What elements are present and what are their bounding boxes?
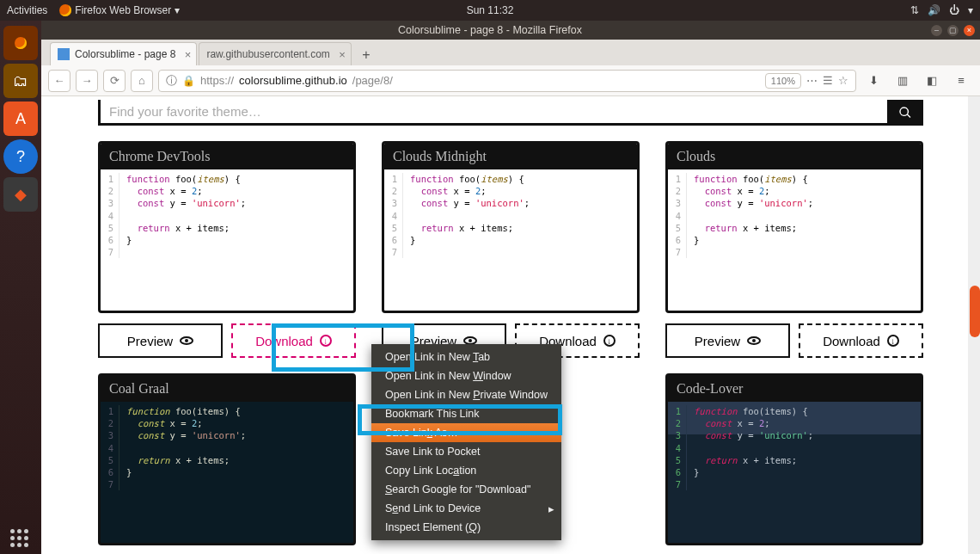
context-menu: Open Link in New Tab Open Link in New Wi… — [371, 344, 561, 540]
ctx-open-new-window[interactable]: Open Link in New Window — [371, 366, 561, 385]
ctx-bookmark-link[interactable]: Bookmark This Link — [371, 404, 561, 423]
page-content: Find your favorite theme… Chrome DevTool… — [41, 96, 980, 554]
scrollbar-thumb[interactable] — [970, 286, 980, 337]
launcher-sublime[interactable]: ◆ — [3, 177, 38, 212]
reader-icon[interactable]: ☰ — [823, 74, 833, 87]
volume-icon[interactable]: 🔊 — [928, 4, 940, 16]
info-icon[interactable]: ⓘ — [166, 73, 177, 89]
launcher-help[interactable]: ? — [3, 139, 38, 174]
tab-active[interactable]: Colorsublime - page 8 × — [50, 42, 197, 65]
minimize-button[interactable]: – — [931, 25, 942, 36]
theme-card-code-lover: Code-Lover 1function foo(items) { 2 cons… — [665, 373, 923, 545]
theme-card-clouds-midnight: Clouds Midnight 1function foo(items) { 2… — [382, 141, 640, 313]
launcher-dock: 🗂 A ? ◆ — [0, 21, 41, 554]
downloads-icon[interactable]: ⬇ — [861, 70, 885, 92]
tab-label: raw.githubusercontent.com — [206, 48, 329, 60]
tab-inactive[interactable]: raw.githubusercontent.com × — [199, 42, 351, 65]
launcher-firefox[interactable] — [3, 26, 38, 60]
code-preview: 1function foo(items) { 2 const x = 2; 3 … — [668, 402, 921, 543]
launcher-software[interactable]: A — [3, 102, 38, 136]
preview-button[interactable]: Preview — [665, 323, 790, 358]
browser-window: Colorsublime - page 8 × raw.githubuserco… — [41, 40, 980, 554]
bookmark-star-icon[interactable]: ☆ — [838, 74, 848, 87]
window-titlebar: Colorsublime - page 8 - Mozilla Firefox … — [0, 21, 980, 40]
library-icon[interactable]: ▥ — [891, 70, 915, 92]
close-tab-icon[interactable]: × — [339, 48, 346, 61]
ctx-open-new-tab[interactable]: Open Link in New Tab — [371, 348, 561, 366]
download-icon: ↓ — [320, 335, 332, 347]
download-icon: ↓ — [603, 335, 616, 347]
lock-icon: 🔒 — [182, 75, 195, 87]
code-preview: 1function foo(items) { 2 const x = 2; 3 … — [101, 169, 353, 311]
tab-favicon — [58, 48, 70, 60]
network-icon[interactable]: ⇅ — [910, 4, 919, 16]
code-preview: 1function foo(items) { 2 const x = 2; 3 … — [101, 402, 353, 543]
new-tab-button[interactable]: + — [355, 45, 377, 65]
close-button[interactable]: × — [964, 25, 975, 36]
theme-card-chrome-devtools: Chrome DevTools 1function foo(items) { 2… — [98, 141, 356, 313]
url-path: /page/8/ — [352, 74, 393, 87]
theme-title: Chrome DevTools — [101, 144, 353, 169]
download-button[interactable]: Download ↓ — [799, 323, 923, 358]
theme-card-coal-graal: Coal Graal 1function foo(items) { 2 cons… — [98, 373, 356, 545]
window-title: Colorsublime - page 8 - Mozilla Firefox — [398, 24, 582, 36]
menu-icon[interactable]: ≡ — [949, 70, 973, 92]
ctx-send-to-device[interactable]: Send Link to Device▸ — [371, 499, 561, 518]
code-preview: 1function foo(items) { 2 const x = 2; 3 … — [384, 169, 637, 311]
ctx-save-link-as[interactable]: Save Link As… — [371, 423, 561, 442]
eye-icon — [180, 336, 193, 345]
tab-label: Colorsublime - page 8 — [75, 48, 175, 60]
download-icon: ↓ — [887, 335, 899, 347]
home-button[interactable]: ⌂ — [131, 70, 153, 92]
url-scheme: https:// — [200, 74, 234, 87]
back-button[interactable]: ← — [48, 70, 70, 92]
theme-title: Coal Graal — [101, 376, 353, 402]
launcher-files[interactable]: 🗂 — [3, 64, 38, 98]
app-name: Firefox Web Browser — [75, 4, 171, 16]
url-field[interactable]: ⓘ 🔒 https:// colorsublime.github.io /pag… — [158, 70, 856, 92]
theme-search-input[interactable]: Find your favorite theme… — [98, 100, 887, 126]
clock[interactable]: Sun 11:32 — [467, 4, 514, 16]
close-tab-icon[interactable]: × — [185, 48, 192, 61]
theme-card-clouds: Clouds 1function foo(items) { 2 const x … — [665, 141, 923, 313]
ctx-save-to-pocket[interactable]: Save Link to Pocket — [371, 442, 561, 461]
theme-title: Clouds — [668, 144, 921, 169]
more-icon[interactable]: ⋯ — [806, 74, 818, 87]
download-button-highlighted[interactable]: Download ↓ — [231, 323, 356, 358]
search-button[interactable] — [887, 100, 923, 126]
activities-button[interactable]: Activities — [7, 4, 47, 16]
theme-title: Code-Lover — [668, 376, 921, 402]
eye-icon — [747, 336, 761, 345]
ctx-copy-link[interactable]: Copy Link Location — [371, 461, 561, 480]
reload-button[interactable]: ⟳ — [103, 70, 126, 92]
chevron-down-icon[interactable]: ▾ — [968, 4, 973, 16]
ctx-inspect-element[interactable]: Inspect Element (Q) — [371, 518, 561, 537]
zoom-indicator[interactable]: 110% — [765, 73, 801, 89]
power-icon[interactable]: ⏻ — [949, 4, 959, 16]
button-label: Preview — [695, 334, 740, 348]
dropdown-icon: ▾ — [175, 4, 180, 16]
url-host: colorsublime.github.io — [239, 74, 347, 87]
button-label: Preview — [127, 334, 173, 348]
system-tray[interactable]: ⇅ 🔊 ⏻ ▾ — [910, 4, 973, 16]
button-label: Download — [255, 334, 313, 348]
toolbar: ← → ⟳ ⌂ ⓘ 🔒 https:// colorsublime.github… — [41, 65, 980, 96]
ctx-search-google[interactable]: Search Google for "Download" — [371, 480, 561, 499]
tab-strip: Colorsublime - page 8 × raw.githubuserco… — [41, 40, 980, 65]
preview-button[interactable]: Preview — [98, 323, 223, 358]
firefox-icon — [59, 4, 71, 16]
maximize-button[interactable]: ▢ — [947, 25, 959, 36]
button-label: Download — [823, 334, 880, 348]
launcher-apps-grid[interactable] — [10, 529, 28, 547]
app-indicator[interactable]: Firefox Web Browser ▾ — [59, 4, 180, 16]
system-topbar: Activities Firefox Web Browser ▾ Sun 11:… — [0, 0, 980, 21]
ctx-open-private[interactable]: Open Link in New Private Window — [371, 385, 561, 404]
search-icon — [898, 106, 912, 120]
theme-title: Clouds Midnight — [384, 144, 637, 169]
forward-button[interactable]: → — [76, 70, 98, 92]
code-preview: 1function foo(items) { 2 const x = 2; 3 … — [668, 169, 921, 311]
sidebar-icon[interactable]: ◧ — [920, 70, 944, 92]
